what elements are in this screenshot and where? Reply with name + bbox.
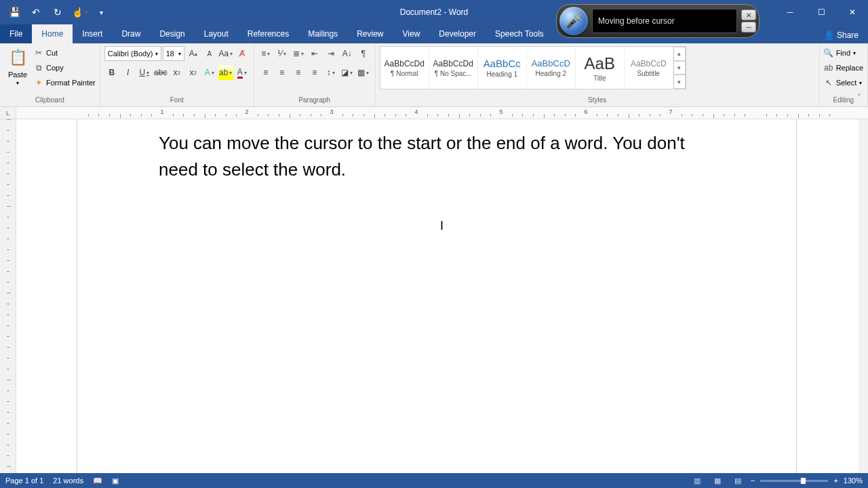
ruler-horizontal: L 1234567 xyxy=(0,107,868,119)
tab-draw[interactable]: Draw xyxy=(112,24,150,43)
tab-insert[interactable]: Insert xyxy=(73,24,112,43)
style-no-spacing[interactable]: AaBbCcDd ¶ No Spac... xyxy=(429,47,478,89)
cursor-icon: ↖ xyxy=(824,78,833,87)
select-button[interactable]: ↖ Select ▾ xyxy=(824,76,863,89)
maximize-button[interactable]: ☐ xyxy=(806,0,837,24)
web-layout-button[interactable]: ▤ xyxy=(730,475,745,486)
ruler-track[interactable]: 1234567 xyxy=(16,107,868,119)
vertical-scrollbar[interactable] xyxy=(859,119,868,473)
tab-design[interactable]: Design xyxy=(150,24,194,43)
style-preview: AaBbCcDd xyxy=(384,59,425,68)
style-heading1[interactable]: AaBbCc Heading 1 xyxy=(478,47,527,89)
chevron-down-icon: ▾ xyxy=(178,51,181,57)
highlight-button[interactable]: ab xyxy=(218,65,233,80)
change-case-button[interactable]: Aa xyxy=(218,46,233,61)
find-label: Find xyxy=(836,49,850,57)
speech-minimize-button[interactable]: ─ xyxy=(741,22,756,33)
zoom-slider[interactable] xyxy=(760,480,828,482)
underline-button[interactable]: U xyxy=(137,65,152,80)
bold-button[interactable]: B xyxy=(104,65,119,80)
tab-review[interactable]: Review xyxy=(347,24,393,43)
read-mode-button[interactable]: ▥ xyxy=(690,475,705,486)
ruler-corner[interactable]: L xyxy=(0,107,16,119)
borders-button[interactable]: ▦ xyxy=(356,65,371,80)
line-spacing-button[interactable]: ↕ xyxy=(323,65,338,80)
styles-expand[interactable]: ▾ xyxy=(673,75,686,89)
zoom-in-button[interactable]: + xyxy=(833,476,837,485)
align-left-button[interactable]: ≡ xyxy=(258,65,273,80)
text-effects-button[interactable]: A xyxy=(202,65,217,80)
ribbon: 📋 Paste ▾ ✂ Cut ⧉ Copy ✦ Format Painter xyxy=(0,43,868,107)
tab-developer[interactable]: Developer xyxy=(429,24,486,43)
qat-customize-button[interactable]: ▾ xyxy=(94,5,108,20)
microphone-button[interactable]: 🎤 xyxy=(559,7,588,35)
paste-button[interactable]: 📋 Paste ▾ xyxy=(4,46,31,86)
shading-button[interactable]: ◪ xyxy=(340,65,355,80)
font-color-button[interactable]: A xyxy=(235,65,250,80)
grow-font-button[interactable]: A▴ xyxy=(186,46,201,61)
word-count[interactable]: 21 words xyxy=(53,476,83,485)
cut-button[interactable]: ✂ Cut xyxy=(34,46,96,60)
undo-button[interactable]: ↶ xyxy=(28,5,43,20)
style-normal[interactable]: AaBbCcDd ¶ Normal xyxy=(380,47,429,89)
styles-scroll-down[interactable]: ▾ xyxy=(673,61,686,75)
align-right-button[interactable]: ≡ xyxy=(291,65,306,80)
styles-scroll: ▴ ▾ ▾ xyxy=(673,47,686,89)
touch-mode-button[interactable]: ☝ xyxy=(72,5,87,20)
copy-button[interactable]: ⧉ Copy xyxy=(34,61,96,75)
styles-group-label: Styles xyxy=(380,95,815,105)
tab-file[interactable]: File xyxy=(0,24,32,43)
zoom-level[interactable]: 130% xyxy=(844,476,863,485)
sort-button[interactable]: A↓ xyxy=(340,46,355,61)
tab-speech-tools[interactable]: Speech Tools xyxy=(486,24,553,43)
format-painter-button[interactable]: ✦ Format Painter xyxy=(34,76,96,89)
close-button[interactable]: ✕ xyxy=(837,0,868,24)
redo-button[interactable]: ↻ xyxy=(50,5,65,20)
zoom-out-button[interactable]: − xyxy=(751,476,755,485)
cut-label: Cut xyxy=(46,49,58,57)
save-button[interactable]: 💾 xyxy=(7,5,22,20)
multilevel-list-button[interactable]: ≣ xyxy=(291,46,306,61)
zoom-thumb[interactable] xyxy=(801,478,806,484)
tab-home[interactable]: Home xyxy=(32,24,73,43)
share-label: Share xyxy=(837,30,859,40)
style-preview: AaBbCc xyxy=(484,58,521,69)
increase-indent-button[interactable]: ⇥ xyxy=(323,46,338,61)
print-layout-button[interactable]: ▦ xyxy=(710,475,725,486)
italic-button[interactable]: I xyxy=(121,65,136,80)
share-button[interactable]: 👤 Share xyxy=(818,27,864,43)
bullets-button[interactable]: ≡ xyxy=(258,46,273,61)
replace-button[interactable]: ab Replace xyxy=(824,61,863,75)
collapse-ribbon-button[interactable]: ˄ xyxy=(853,92,865,104)
tab-mailings[interactable]: Mailings xyxy=(298,24,347,43)
tab-view[interactable]: View xyxy=(393,24,430,43)
style-title[interactable]: AaB Title xyxy=(576,47,625,89)
font-name-combo[interactable]: Calibri (Body) ▾ xyxy=(104,46,161,61)
style-heading2[interactable]: AaBbCcD Heading 2 xyxy=(527,47,576,89)
ruler-vertical[interactable] xyxy=(0,119,16,473)
show-paragraph-marks-button[interactable]: ¶ xyxy=(356,46,371,61)
status-bar: Page 1 of 1 21 words 📖 ▣ ▥ ▦ ▤ − + 130% xyxy=(0,473,868,488)
macro-icon[interactable]: ▣ xyxy=(112,476,119,485)
document-page[interactable]: You can move the cursor to the start or … xyxy=(77,119,796,473)
style-subtitle[interactable]: AaBbCcD Subtitle xyxy=(625,47,673,89)
spelling-icon[interactable]: 📖 xyxy=(93,476,102,485)
justify-button[interactable]: ≡ xyxy=(307,65,322,80)
page-indicator[interactable]: Page 1 of 1 xyxy=(5,476,43,485)
find-button[interactable]: 🔍 Find ▾ xyxy=(824,46,863,60)
numbering-button[interactable]: ⅟ xyxy=(275,46,290,61)
styles-scroll-up[interactable]: ▴ xyxy=(673,47,686,61)
font-size-combo[interactable]: 18 ▾ xyxy=(163,46,184,61)
decrease-indent-button[interactable]: ⇤ xyxy=(307,46,322,61)
subscript-button[interactable]: x2 xyxy=(170,65,184,80)
align-center-button[interactable]: ≡ xyxy=(275,65,290,80)
minimize-button[interactable]: ─ xyxy=(774,0,806,24)
tab-layout[interactable]: Layout xyxy=(195,24,238,43)
strikethrough-button[interactable]: abc xyxy=(153,65,168,80)
quick-access-toolbar: 💾 ↶ ↻ ☝ ▾ xyxy=(0,5,108,20)
speech-close-button[interactable]: ✕ xyxy=(741,9,756,20)
tab-references[interactable]: References xyxy=(238,24,298,43)
clear-formatting-button[interactable]: A̸ xyxy=(235,46,250,61)
shrink-font-button[interactable]: A xyxy=(202,46,217,61)
superscript-button[interactable]: x2 xyxy=(186,65,201,80)
